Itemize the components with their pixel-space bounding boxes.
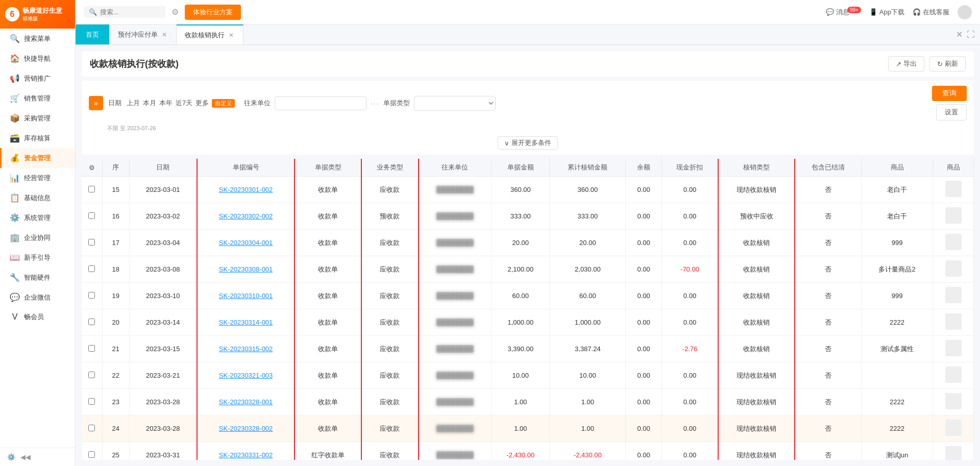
sidebar-item-marketing[interactable]: 📢营销推广	[0, 68, 75, 88]
td-checkbox[interactable]	[82, 230, 102, 256]
td-checkbox[interactable]	[82, 389, 102, 415]
sidebar-item-basic[interactable]: 📋基础信息	[0, 188, 75, 208]
sidebar-item-system[interactable]: ⚙️系统管理	[0, 208, 75, 228]
tab-close-icon[interactable]: ✕	[956, 30, 963, 39]
td-checkbox[interactable]	[82, 256, 102, 283]
table-row[interactable]: 16 2023-03-02 SK-20230302-002 收款单 预收款 ██…	[82, 203, 974, 230]
sidebar-item-corp[interactable]: 🏢企业协同	[0, 228, 75, 248]
voucher-no-link[interactable]: SK-20230328-001	[219, 398, 273, 406]
refresh-btn[interactable]: ↻ 刷新	[929, 56, 966, 71]
avatar[interactable]	[958, 5, 972, 19]
td-partner: ████████	[419, 230, 492, 256]
partner-input[interactable]	[275, 96, 366, 110]
table-row[interactable]: 21 2023-03-15 SK-20230315-002 收款单 应收款 ██…	[82, 336, 974, 362]
th-date: 日期	[129, 159, 197, 177]
td-partner: ████████	[419, 256, 492, 283]
th-include-settled: 包含已结清	[795, 159, 861, 177]
export-btn[interactable]: ↗ 导出	[888, 56, 924, 71]
sidebar-item-inventory[interactable]: 🗃️库存核算	[0, 128, 75, 148]
page-title: 收款核销执行(按收款)	[90, 58, 179, 70]
tab-expand-icon[interactable]: ⛶	[967, 30, 975, 39]
sidebar-item-quicknav[interactable]: 🏠快捷导航	[0, 48, 75, 68]
td-checkbox[interactable]	[82, 177, 102, 203]
sidebar-item-wechat[interactable]: 💬企业微信	[0, 287, 75, 307]
td-checkbox[interactable]	[82, 283, 102, 309]
industry-btn[interactable]: 体验行业方案	[185, 5, 241, 20]
voucher-no-link[interactable]: SK-20230331-002	[219, 451, 273, 459]
sidebar-item-operations[interactable]: 📊经营管理	[0, 168, 75, 188]
sidebar-item-sales[interactable]: 🛒销售管理	[0, 88, 75, 108]
table-row[interactable]: 22 2023-03-21 SK-20230321-003 收款单 应收款 ██…	[82, 362, 974, 389]
voucher-no-link[interactable]: SK-20230304-001	[219, 239, 273, 247]
table-row[interactable]: 20 2023-03-14 SK-20230314-001 收款单 应收款 ██…	[82, 309, 974, 336]
voucher-no-link[interactable]: SK-20230302-002	[219, 212, 273, 220]
td-balance: 0.00	[626, 309, 662, 336]
td-checkbox[interactable]	[82, 415, 102, 442]
td-checkbox[interactable]	[82, 336, 102, 362]
td-partner: ████████	[419, 336, 492, 362]
settings-icon[interactable]: ⚙️	[7, 453, 15, 461]
voucher-no-link[interactable]: SK-20230310-001	[219, 292, 273, 300]
query-btn[interactable]: 查询	[932, 86, 967, 101]
date-this-year[interactable]: 本年	[159, 99, 173, 108]
td-writeoff-amount: 1.00	[550, 415, 626, 442]
table-row[interactable]: 23 2023-03-28 SK-20230328-001 收款单 应收款 ██…	[82, 389, 974, 415]
voucher-no-link[interactable]: SK-20230301-002	[219, 186, 273, 193]
sidebar-label-basic: 基础信息	[24, 193, 51, 203]
tab-writeoff-close[interactable]: ✕	[228, 31, 235, 40]
voucher-no-link[interactable]: SK-20230315-002	[219, 345, 273, 353]
table-row[interactable]: 18 2023-03-08 SK-20230308-001 收款单 应收款 ██…	[82, 256, 974, 283]
td-voucher-no: SK-20230308-001	[197, 256, 295, 283]
th-settings[interactable]: ⚙	[82, 159, 102, 177]
sidebar-item-hardware[interactable]: 🔧智能硬件	[0, 267, 75, 287]
td-voucher-no: SK-20230314-001	[197, 309, 295, 336]
td-checkbox[interactable]	[82, 362, 102, 389]
td-goods-img	[933, 203, 974, 230]
message-item[interactable]: 💬 消息 99+	[826, 8, 861, 17]
voucher-type-select[interactable]	[414, 96, 496, 111]
filter-expand-btn[interactable]: »	[89, 96, 103, 110]
sidebar-item-purchase[interactable]: 📦采购管理	[0, 108, 75, 128]
tab-home[interactable]: 首页	[76, 24, 110, 44]
table-row[interactable]: 15 2023-03-01 SK-20230301-002 收款单 应收款 ██…	[82, 177, 974, 203]
td-checkbox[interactable]	[82, 309, 102, 336]
td-amount: 1.00	[492, 415, 550, 442]
td-partner: ████████	[419, 415, 492, 442]
table-scroll[interactable]: ⚙ 序 日期 单据编号 单据类型 业务类型 往来单位 单据金额 累计核销金额 余…	[82, 159, 974, 460]
voucher-no-link[interactable]: SK-20230328-002	[219, 425, 273, 432]
td-writeoff-type: 收款核销	[718, 283, 795, 309]
voucher-no-link[interactable]: SK-20230308-001	[219, 265, 273, 273]
sidebar-item-finance[interactable]: 💰资金管理	[0, 148, 75, 168]
online-service-item[interactable]: 🎧 在线客服	[913, 8, 949, 17]
table-row[interactable]: 19 2023-03-10 SK-20230310-001 收款单 应收款 ██…	[82, 283, 974, 309]
search-input[interactable]	[100, 8, 151, 16]
table-row[interactable]: 24 2023-03-28 SK-20230328-002 收款单 应收款 ██…	[82, 415, 974, 442]
collapse-icon[interactable]: ◀◀	[20, 453, 31, 461]
th-amount: 单据金额	[492, 159, 550, 177]
td-checkbox[interactable]	[82, 442, 102, 460]
tab-writeoff[interactable]: 收款核销执行 ✕	[177, 24, 243, 44]
sidebar-item-search[interactable]: 🔍搜索菜单	[0, 29, 75, 48]
tab-prepay[interactable]: 预付冲应付单 ✕	[110, 24, 177, 44]
expand-more-btn[interactable]: ∨ 展开更多条件	[498, 136, 558, 150]
td-voucher-type: 收款单	[295, 283, 361, 309]
table-row[interactable]: 17 2023-03-04 SK-20230304-001 收款单 应收款 ██…	[82, 230, 974, 256]
sidebar-item-guide[interactable]: 📖新手引导	[0, 248, 75, 267]
date-7days[interactable]: 近7天	[176, 99, 192, 108]
date-more[interactable]: 更多	[195, 99, 209, 108]
date-this-month[interactable]: 本月	[143, 99, 156, 108]
voucher-no-link[interactable]: SK-20230321-003	[219, 372, 273, 379]
td-writeoff-amount: 60.00	[550, 283, 626, 309]
td-goods: 999	[861, 230, 933, 256]
app-download-item[interactable]: 📱 App下载	[869, 8, 904, 17]
td-checkbox[interactable]	[82, 203, 102, 230]
td-partner: ████████	[419, 362, 492, 389]
sidebar-item-member[interactable]: V畅会员	[0, 307, 75, 327]
table-row[interactable]: 25 2023-03-31 SK-20230331-002 红字收款单 应收款 …	[82, 442, 974, 460]
date-last-month[interactable]: 上月	[127, 99, 140, 108]
date-custom[interactable]: 自定义	[212, 99, 235, 108]
filter-settings-btn[interactable]: 设置	[936, 104, 967, 120]
voucher-no-link[interactable]: SK-20230314-001	[219, 318, 273, 326]
gear-icon[interactable]: ⚙	[172, 7, 179, 17]
tab-prepay-close[interactable]: ✕	[161, 30, 168, 39]
